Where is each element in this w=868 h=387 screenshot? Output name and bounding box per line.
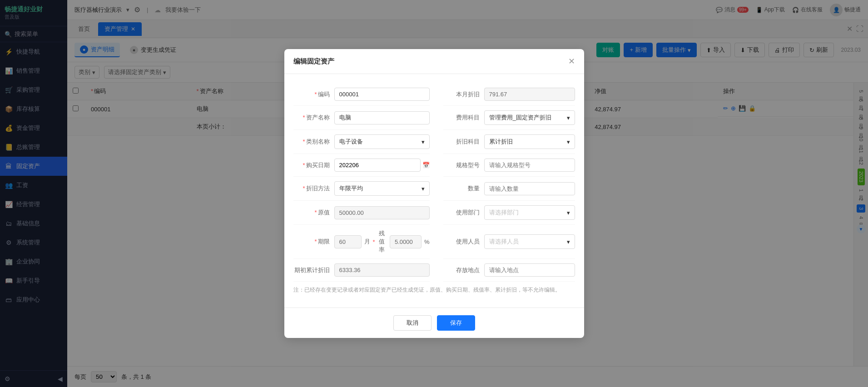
dep-method-text: 年限平均 bbox=[339, 184, 363, 193]
form-row-category: *类别名称 电子设备 ▾ bbox=[293, 130, 430, 154]
quantity-label: 数量 bbox=[443, 184, 484, 193]
use-person-chevron-icon: ▾ bbox=[567, 238, 570, 245]
modal-close-button[interactable]: ✕ bbox=[568, 56, 575, 66]
use-department-select[interactable]: 请选择部门 ▾ bbox=[484, 205, 575, 220]
purchase-date-label: *购买日期 bbox=[293, 161, 334, 169]
asset-name-label: *资产名称 bbox=[293, 114, 334, 122]
expense-subject-chevron-icon: ▾ bbox=[567, 114, 570, 121]
storage-location-label: 存放地点 bbox=[443, 266, 484, 274]
form-row-initial-acc-dep: 期初累计折旧 bbox=[293, 259, 430, 282]
dep-subject-label: 折旧科目 bbox=[443, 138, 484, 146]
dep-method-chevron-icon: ▾ bbox=[422, 185, 425, 192]
form-row-asset-name: *资产名称 bbox=[293, 106, 430, 130]
use-department-chevron-icon: ▾ bbox=[567, 209, 570, 216]
dep-method-label: *折旧方法 bbox=[293, 184, 334, 193]
this-month-dep-label: 本月折旧 bbox=[443, 90, 484, 99]
expense-subject-label: 费用科目 bbox=[443, 114, 484, 122]
spec-model-input[interactable] bbox=[484, 159, 575, 172]
form-row-use-department: 使用部门 请选择部门 ▾ bbox=[443, 201, 575, 225]
period-value: 月 * 残值率 % bbox=[334, 229, 430, 254]
period-input bbox=[334, 235, 362, 248]
category-chevron-icon: ▾ bbox=[422, 139, 425, 145]
form-row-expense-subject: 费用科目 管理费用_固定资产折旧 ▾ bbox=[443, 106, 575, 130]
form-row-this-month-dep: 本月折旧 bbox=[443, 83, 575, 106]
residual-rate-star: * bbox=[373, 238, 375, 245]
storage-location-input[interactable] bbox=[484, 263, 575, 277]
initial-acc-dep-input bbox=[334, 263, 430, 277]
form-row-use-person: 使用人员 请选择人员 ▾ bbox=[443, 225, 575, 259]
modal-title: 编辑固定资产 bbox=[293, 57, 334, 66]
expense-subject-value: 管理费用_固定资产折旧 ▾ bbox=[484, 110, 575, 125]
date-wrap: 📅 bbox=[334, 159, 430, 172]
cancel-button[interactable]: 取消 bbox=[393, 315, 432, 331]
expense-subject-text: 管理费用_固定资产折旧 bbox=[489, 114, 551, 122]
dep-subject-select[interactable]: 累计折旧 ▾ bbox=[484, 134, 575, 149]
modal-footer: 取消 保存 bbox=[284, 308, 584, 338]
form-grid: *编码 本月折旧 *资产名称 bbox=[293, 83, 575, 298]
form-row-dep-subject: 折旧科目 累计折旧 ▾ bbox=[443, 130, 575, 154]
purchase-date-input[interactable] bbox=[334, 159, 421, 172]
use-department-value: 请选择部门 ▾ bbox=[484, 205, 575, 220]
save-button[interactable]: 保存 bbox=[437, 315, 475, 331]
initial-acc-dep-value bbox=[334, 263, 430, 277]
use-person-placeholder: 请选择人员 bbox=[489, 238, 519, 246]
this-month-dep-input bbox=[484, 88, 575, 101]
category-select[interactable]: 电子设备 ▾ bbox=[334, 134, 430, 149]
use-department-placeholder: 请选择部门 bbox=[489, 208, 519, 217]
residual-rate-unit-label: % bbox=[424, 238, 430, 245]
use-person-select[interactable]: 请选择人员 ▾ bbox=[484, 234, 575, 249]
use-department-label: 使用部门 bbox=[443, 208, 484, 217]
modal-header: 编辑固定资产 ✕ bbox=[284, 49, 584, 74]
form-row-purchase-date: *购买日期 📅 bbox=[293, 154, 430, 177]
form-row-original-value: *原值 bbox=[293, 201, 430, 225]
form-note-text: 注：已经存在变更记录或者对应固定资产已经生成凭证，原值、购买日期、残值率、累计折… bbox=[293, 287, 560, 293]
date-picker-icon[interactable]: 📅 bbox=[421, 162, 430, 169]
use-person-value: 请选择人员 ▾ bbox=[484, 234, 575, 249]
form-row-dep-method: *折旧方法 年限平均 ▾ bbox=[293, 177, 430, 201]
residual-rate-input bbox=[390, 235, 422, 248]
form-row-spec-model: 规格型号 bbox=[443, 154, 575, 177]
form-note: 注：已经存在变更记录或者对应固定资产已经生成凭证，原值、购买日期、残值率、累计折… bbox=[293, 282, 575, 298]
dep-subject-text: 累计折旧 bbox=[489, 138, 513, 146]
dep-subject-chevron-icon: ▾ bbox=[567, 139, 570, 145]
dep-method-select[interactable]: 年限平均 ▾ bbox=[334, 181, 430, 196]
code-value bbox=[334, 88, 430, 101]
original-value-value bbox=[334, 206, 430, 219]
storage-location-value bbox=[484, 263, 575, 277]
purchase-date-value: 📅 bbox=[334, 159, 430, 172]
spec-model-label: 规格型号 bbox=[443, 161, 484, 169]
category-value: 电子设备 ▾ bbox=[334, 134, 430, 149]
period-unit-label: 月 bbox=[364, 238, 370, 246]
spec-model-value bbox=[484, 159, 575, 172]
quantity-input[interactable] bbox=[484, 182, 575, 195]
original-value-label: *原值 bbox=[293, 208, 334, 217]
form-row-quantity: 数量 bbox=[443, 177, 575, 201]
code-input[interactable] bbox=[334, 88, 430, 101]
modal-body: *编码 本月折旧 *资产名称 bbox=[284, 74, 584, 308]
form-row-storage-location: 存放地点 bbox=[443, 259, 575, 282]
use-person-label: 使用人员 bbox=[443, 238, 484, 246]
expense-subject-select[interactable]: 管理费用_固定资产折旧 ▾ bbox=[484, 110, 575, 125]
edit-asset-modal: 编辑固定资产 ✕ *编码 本月折旧 bbox=[284, 49, 584, 338]
modal-overlay: 编辑固定资产 ✕ *编码 本月折旧 bbox=[0, 0, 868, 387]
residual-rate-label: 残值率 bbox=[379, 229, 387, 254]
code-label: *编码 bbox=[293, 90, 334, 99]
dep-method-value: 年限平均 ▾ bbox=[334, 181, 430, 196]
period-row: 月 * 残值率 % bbox=[334, 229, 430, 254]
this-month-dep-value bbox=[484, 88, 575, 101]
dep-subject-value: 累计折旧 ▾ bbox=[484, 134, 575, 149]
initial-acc-dep-label: 期初累计折旧 bbox=[293, 266, 334, 274]
form-row-period: *期限 月 * 残值率 % bbox=[293, 225, 430, 259]
asset-name-value bbox=[334, 111, 430, 124]
period-label: *期限 bbox=[293, 238, 334, 246]
category-text: 电子设备 bbox=[339, 138, 363, 146]
form-row-code: *编码 bbox=[293, 83, 430, 106]
asset-name-input[interactable] bbox=[334, 111, 430, 124]
original-value-input bbox=[334, 206, 430, 219]
category-label: *类别名称 bbox=[293, 138, 334, 146]
quantity-value bbox=[484, 182, 575, 195]
